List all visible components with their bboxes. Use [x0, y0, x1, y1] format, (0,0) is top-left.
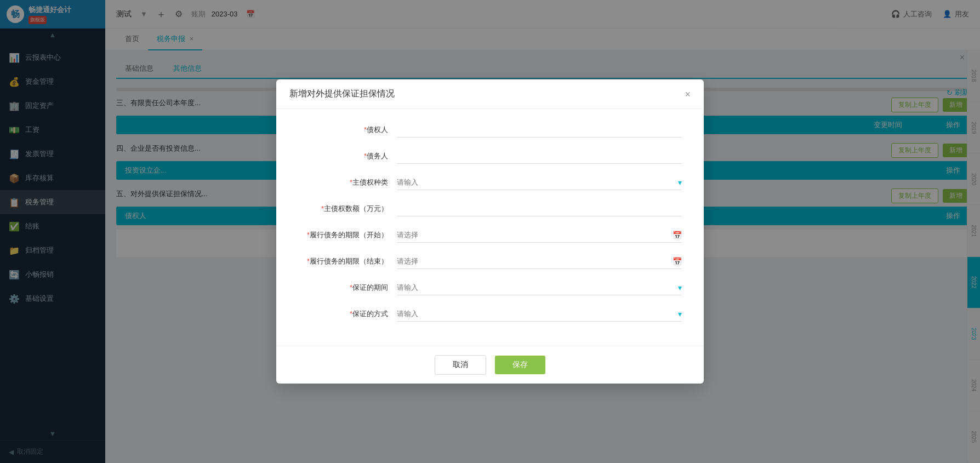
guarantee-period-input[interactable]: [397, 280, 678, 295]
modal-title: 新增对外提供保证担保情况: [289, 88, 395, 100]
debtor-input[interactable]: [397, 148, 682, 164]
cancel-button[interactable]: 取消: [435, 355, 486, 375]
claim-type-label: *主债权种类: [298, 178, 397, 187]
form-row-guarantee-method: *保证的方式 ▾: [298, 306, 682, 322]
claim-type-arrow-icon[interactable]: ▾: [678, 178, 682, 187]
claim-amount-label: *主债权数额（万元）: [298, 204, 397, 214]
guarantee-method-input[interactable]: [397, 306, 678, 321]
claim-amount-input[interactable]: [397, 201, 682, 216]
guarantee-method-label: *保证的方式: [298, 309, 397, 319]
claim-type-wrapper: ▾: [397, 175, 682, 190]
modal-close-button[interactable]: ×: [685, 89, 691, 99]
creditor-input[interactable]: [397, 122, 682, 138]
modal-overlay[interactable]: 新增对外提供保证担保情况 × *债权人 *债务人 *主债权种类: [0, 0, 980, 463]
modal-body: *债权人 *债务人 *主债权种类 ▾: [276, 109, 704, 346]
period-end-label: *履行债务的期限（结束）: [298, 256, 397, 266]
guarantee-period-wrapper: ▾: [397, 280, 682, 295]
modal-footer: 取消 保存: [276, 346, 704, 384]
period-start-label: *履行债务的期限（开始）: [298, 230, 397, 240]
period-start-calendar-icon[interactable]: 📅: [673, 231, 682, 239]
guarantee-method-arrow-icon[interactable]: ▾: [678, 310, 682, 318]
period-end-input[interactable]: [397, 254, 673, 268]
period-end-calendar-icon[interactable]: 📅: [673, 257, 682, 266]
guarantee-method-wrapper: ▾: [397, 306, 682, 322]
period-start-wrapper: 📅: [397, 227, 682, 243]
period-start-input[interactable]: [397, 227, 673, 242]
period-end-wrapper: 📅: [397, 254, 682, 269]
modal-header: 新增对外提供保证担保情况 ×: [276, 79, 704, 109]
form-row-guarantee-period: *保证的期间 ▾: [298, 280, 682, 295]
save-button[interactable]: 保存: [495, 356, 545, 374]
creditor-label: *债权人: [298, 125, 397, 135]
form-row-debtor: *债务人: [298, 148, 682, 164]
form-row-period-end: *履行债务的期限（结束） 📅: [298, 254, 682, 269]
debtor-label: *债务人: [298, 151, 397, 161]
guarantee-period-arrow-icon[interactable]: ▾: [678, 283, 682, 292]
form-row-claim-type: *主债权种类 ▾: [298, 175, 682, 190]
form-row-creditor: *债权人: [298, 122, 682, 138]
modal: 新增对外提供保证担保情况 × *债权人 *债务人 *主债权种类: [276, 79, 704, 384]
form-row-period-start: *履行债务的期限（开始） 📅: [298, 227, 682, 243]
claim-type-input[interactable]: [397, 175, 678, 190]
form-row-claim-amount: *主债权数额（万元）: [298, 201, 682, 216]
guarantee-period-label: *保证的期间: [298, 283, 397, 293]
